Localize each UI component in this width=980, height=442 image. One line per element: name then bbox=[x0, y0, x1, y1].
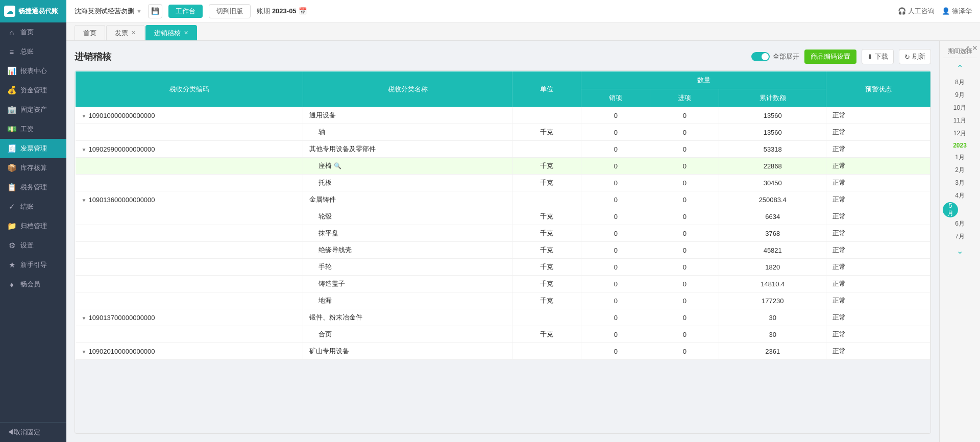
main-area: 沈海英测试经营勿删 ▼ 💾 工作台 切到旧版 账期 2023-05 📅 🎧 人工… bbox=[66, 0, 980, 442]
scroll-up-button[interactable]: ⌃ bbox=[943, 61, 977, 75]
period-month-item[interactable]: 2月 bbox=[943, 164, 977, 177]
cell-total: 53318 bbox=[719, 141, 826, 158]
cell-purchase: 0 bbox=[650, 124, 719, 141]
user-menu[interactable]: 👤 徐泽华 bbox=[942, 7, 972, 16]
sidebar-item-salary[interactable]: 💵 工资 bbox=[0, 119, 66, 139]
sidebar-item-home[interactable]: ⌂ 首页 bbox=[0, 22, 66, 42]
data-table: 税收分类编码 税收分类名称 单位 数量 预警状态 销项 进项 累计数额 bbox=[75, 71, 930, 360]
cell-unit bbox=[512, 107, 581, 124]
data-table-wrapper: 税收分类编码 税收分类名称 单位 数量 预警状态 销项 进项 累计数额 bbox=[75, 70, 931, 434]
table-row: ▼109013600000000000 金属铸件 0 0 250083.4 正常 bbox=[76, 191, 930, 208]
sidebar-item-archive[interactable]: 📁 归档管理 bbox=[0, 216, 66, 236]
cell-status: 正常 bbox=[826, 208, 930, 225]
sidebar-item-ledger[interactable]: ≡ 总账 bbox=[0, 42, 66, 61]
tab-invoice-close[interactable]: ✕ bbox=[131, 30, 136, 36]
tab-check-close[interactable]: ✕ bbox=[184, 30, 188, 36]
cell-total: 2361 bbox=[719, 343, 826, 360]
cell-purchase: 0 bbox=[650, 259, 719, 276]
period-month-item[interactable]: 12月 bbox=[943, 127, 977, 140]
period-month-item[interactable]: 8月 bbox=[943, 76, 977, 89]
sidebar-item-guide[interactable]: ★ 新手引导 bbox=[0, 255, 66, 275]
support-button[interactable]: 🎧 人工咨询 bbox=[898, 7, 935, 16]
tab-invoice[interactable]: 发票 ✕ bbox=[106, 25, 144, 40]
cell-unit bbox=[512, 141, 581, 158]
sidebar-item-tax[interactable]: 📋 税务管理 bbox=[0, 178, 66, 197]
cell-unit: 千克 bbox=[512, 208, 581, 225]
archive-icon: 📁 bbox=[7, 222, 16, 231]
expand-icon[interactable]: ▼ bbox=[82, 113, 87, 119]
panel-close-button[interactable]: ✕ bbox=[972, 44, 978, 52]
cell-purchase: 0 bbox=[650, 292, 719, 309]
expand-icon[interactable]: ▼ bbox=[82, 198, 87, 203]
col-total: 累计数额 bbox=[719, 89, 826, 107]
cell-total: 3768 bbox=[719, 225, 826, 242]
expand-icon[interactable]: ▼ bbox=[82, 349, 87, 355]
period-month-item[interactable]: 11月 bbox=[943, 114, 977, 127]
expand-icon[interactable]: ▼ bbox=[82, 315, 87, 321]
sidebar-item-reports[interactable]: 📊 报表中心 bbox=[0, 61, 66, 81]
tab-check[interactable]: 进销稽核 ✕ bbox=[145, 25, 197, 40]
cell-unit: 千克 bbox=[512, 242, 581, 259]
cell-purchase: 0 bbox=[650, 309, 719, 326]
sidebar-item-settings[interactable]: ⚙ 设置 bbox=[0, 236, 66, 255]
period-month-item[interactable]: 4月 bbox=[943, 189, 977, 202]
panel-expand-button[interactable]: ⤢ bbox=[964, 44, 970, 52]
tab-home[interactable]: 首页 bbox=[75, 25, 105, 40]
cell-unit bbox=[512, 343, 581, 360]
cell-sales: 0 bbox=[581, 259, 650, 276]
sidebar-item-funds[interactable]: 💰 资金管理 bbox=[0, 81, 66, 100]
cell-code bbox=[76, 242, 303, 259]
sidebar-item-assets[interactable]: 🏢 固定资产 bbox=[0, 100, 66, 119]
period-month-item[interactable]: 6月 bbox=[943, 217, 977, 230]
tab-check-label: 进销稽核 bbox=[154, 29, 181, 38]
cell-unit bbox=[512, 309, 581, 326]
sidebar-item-invoice[interactable]: 🧾 发票管理 bbox=[0, 139, 66, 158]
zoom-icon[interactable]: 🔍 bbox=[334, 162, 341, 169]
cell-status: 正常 bbox=[826, 259, 930, 276]
tab-home-label: 首页 bbox=[83, 29, 96, 38]
period-month-item[interactable]: 2023 bbox=[943, 140, 977, 151]
scroll-down-button[interactable]: ⌄ bbox=[943, 244, 977, 258]
cell-name: 托板 bbox=[303, 175, 512, 191]
period-month-item[interactable]: 5月 bbox=[943, 202, 958, 217]
cell-purchase: 0 bbox=[650, 276, 719, 292]
download-button[interactable]: ⬇ 下载 bbox=[862, 49, 894, 64]
tax-icon: 📋 bbox=[7, 183, 16, 192]
cell-unit: 千克 bbox=[512, 225, 581, 242]
table-row: ▼109020100000000000 矿山专用设备 0 0 2361 正常 bbox=[76, 343, 930, 360]
refresh-button[interactable]: ↻ 刷新 bbox=[899, 49, 931, 64]
company-selector[interactable]: 沈海英测试经营勿删 ▼ bbox=[75, 7, 142, 16]
sidebar-item-settle[interactable]: ✓ 结账 bbox=[0, 197, 66, 216]
cell-purchase: 0 bbox=[650, 225, 719, 242]
expand-icon[interactable]: ▼ bbox=[82, 147, 87, 153]
cell-status: 正常 bbox=[826, 309, 930, 326]
period-month-item[interactable]: 3月 bbox=[943, 177, 977, 189]
old-version-button[interactable]: 切到旧版 bbox=[209, 4, 251, 18]
member-icon: ♦ bbox=[7, 280, 16, 289]
period-month-item[interactable]: 1月 bbox=[943, 151, 977, 164]
sidebar-item-inventory[interactable]: 📦 库存核算 bbox=[0, 158, 66, 178]
cell-code: ▼109020100000000000 bbox=[76, 343, 303, 360]
table-row: 合页 千克 0 0 30 正常 bbox=[76, 326, 930, 343]
toggle-switch[interactable] bbox=[751, 52, 770, 61]
period-month-item[interactable]: 9月 bbox=[943, 89, 977, 102]
sidebar-item-member[interactable]: ♦ 畅会员 bbox=[0, 275, 66, 294]
expand-toggle[interactable]: 全部展开 bbox=[751, 52, 799, 61]
product-code-button[interactable]: 商品编码设置 bbox=[804, 50, 856, 64]
tabbar: 首页 发票 ✕ 进销稽核 ✕ bbox=[66, 22, 980, 41]
reports-icon: 📊 bbox=[7, 66, 16, 76]
cancel-pin-button[interactable]: ◀取消固定 bbox=[0, 423, 66, 442]
toggle-knob bbox=[762, 53, 769, 60]
cell-unit: 千克 bbox=[512, 158, 581, 175]
save-button[interactable]: 💾 bbox=[148, 4, 162, 18]
cell-name: 铸造盖子 bbox=[303, 276, 512, 292]
table-row: ▼109013700000000000 锻件、粉末冶金件 0 0 30 正常 bbox=[76, 309, 930, 326]
period-month-item[interactable]: 10月 bbox=[943, 102, 977, 114]
support-icon: 🎧 bbox=[898, 7, 906, 15]
calendar-icon[interactable]: 📅 bbox=[299, 7, 307, 15]
cell-total: 30450 bbox=[719, 175, 826, 191]
period-month-item[interactable]: 7月 bbox=[943, 230, 977, 243]
workbench-button[interactable]: 工作台 bbox=[168, 5, 203, 18]
user-icon: 👤 bbox=[942, 7, 950, 15]
cell-name: 轮毂 bbox=[303, 208, 512, 225]
